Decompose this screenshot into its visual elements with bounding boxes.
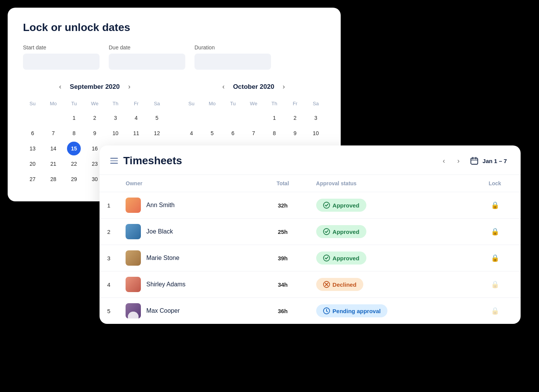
calendar-day[interactable]: 7 bbox=[247, 126, 260, 140]
due-date-input[interactable]: 09/03 bbox=[109, 54, 185, 70]
day-of-week: We bbox=[244, 99, 263, 109]
col-total-header: Total bbox=[257, 175, 309, 192]
calendar-day[interactable]: 6 bbox=[26, 126, 39, 140]
calendar-day[interactable]: 15 bbox=[67, 142, 81, 155]
october-next-button[interactable]: › bbox=[280, 82, 287, 91]
september-month-label: September 2020 bbox=[70, 83, 119, 91]
col-owner-header: Owner bbox=[118, 175, 257, 192]
calendar-day[interactable]: 28 bbox=[46, 172, 60, 186]
status-badge[interactable]: Approved bbox=[316, 225, 366, 238]
status-cell: Approved bbox=[309, 192, 469, 219]
start-date-field: Start date 09/03 bbox=[23, 44, 100, 70]
lock-cell: 🔒 bbox=[469, 271, 521, 298]
table-row: 2 Joe Black 25h Approved 🔒 bbox=[100, 219, 521, 245]
september-next-button[interactable]: › bbox=[126, 82, 133, 91]
duration-input[interactable]: 3h bbox=[194, 54, 271, 70]
lock-icon[interactable]: 🔒 bbox=[491, 281, 499, 288]
calendar-day[interactable]: 27 bbox=[26, 172, 39, 186]
start-date-input[interactable]: 09/03 bbox=[23, 54, 100, 70]
calendar-day[interactable]: 8 bbox=[268, 126, 281, 140]
calendar-day[interactable]: 9 bbox=[288, 126, 302, 140]
calendar-day[interactable]: 10 bbox=[109, 126, 122, 140]
calendar-day[interactable]: 2 bbox=[288, 111, 302, 125]
owner-cell: Ann Smith bbox=[118, 192, 257, 219]
owner-name: Joe Black bbox=[146, 228, 173, 235]
status-badge[interactable]: Pending approval bbox=[316, 304, 388, 317]
date-inputs-row: Start date 09/03 Due date 09/03 Duration… bbox=[23, 44, 325, 70]
timesheets-header: Timesheets ‹ › Jan 1 – 7 bbox=[100, 145, 521, 175]
calendar-day[interactable]: 13 bbox=[26, 142, 39, 155]
owner-cell: Marie Stone bbox=[118, 245, 257, 271]
lock-icon[interactable]: 🔒 bbox=[491, 307, 499, 315]
calendar-day[interactable]: 4 bbox=[185, 126, 198, 140]
lock-icon[interactable]: 🔒 bbox=[491, 254, 499, 262]
calendar-day[interactable]: 7 bbox=[46, 126, 60, 140]
total-cell: 34h bbox=[257, 271, 309, 298]
lock-icon[interactable]: 🔒 bbox=[491, 228, 499, 235]
calendar-day[interactable]: 5 bbox=[205, 126, 219, 140]
calendar-day[interactable]: 12 bbox=[150, 126, 164, 140]
day-of-week: Sa bbox=[147, 99, 167, 109]
calendar-day[interactable]: 22 bbox=[67, 157, 81, 171]
status-badge[interactable]: Approved bbox=[316, 199, 366, 212]
calendar-day[interactable]: 8 bbox=[67, 126, 81, 140]
day-of-week: Mo bbox=[203, 99, 222, 109]
calendar-day[interactable]: 6 bbox=[226, 126, 240, 140]
day-of-week: Tu bbox=[64, 99, 83, 109]
table-header: Owner Total Approval status Lock bbox=[100, 175, 521, 192]
row-num: 3 bbox=[100, 245, 118, 271]
calendar-day[interactable]: 29 bbox=[67, 172, 81, 186]
october-prev-button[interactable]: ‹ bbox=[220, 82, 227, 91]
day-of-week: Mo bbox=[44, 99, 63, 109]
table-row: 5 Max Cooper 36h Pending approval 🔒 bbox=[100, 298, 521, 324]
table-row: 3 Marie Stone 39h Approved 🔒 bbox=[100, 245, 521, 271]
calendar-day[interactable]: 4 bbox=[129, 111, 143, 125]
menu-icon[interactable] bbox=[110, 158, 118, 164]
row-num: 1 bbox=[100, 192, 118, 219]
day-of-week: Su bbox=[182, 99, 201, 109]
calendar-day[interactable]: 3 bbox=[109, 111, 122, 125]
duration-field: Duration 3h bbox=[194, 44, 271, 70]
owner-cell: Shirley Adams bbox=[118, 271, 257, 298]
status-badge[interactable]: Declined bbox=[316, 278, 364, 291]
day-of-week: We bbox=[85, 99, 104, 109]
calendar-day[interactable]: 3 bbox=[309, 111, 323, 125]
calendar-day[interactable]: 2 bbox=[88, 111, 101, 125]
calendar-day[interactable]: 10 bbox=[309, 126, 323, 140]
date-range: Jan 1 – 7 bbox=[469, 155, 507, 166]
lock-icon[interactable]: 🔒 bbox=[491, 201, 499, 209]
table-row: 4 Shirley Adams 34h Declined 🔒 bbox=[100, 271, 521, 298]
status-cell: Approved bbox=[309, 219, 469, 245]
prev-period-button[interactable]: ‹ bbox=[440, 155, 448, 167]
col-status-header: Approval status bbox=[309, 175, 469, 192]
start-date-label: Start date bbox=[23, 44, 100, 51]
september-prev-button[interactable]: ‹ bbox=[57, 82, 64, 91]
calendar-day[interactable]: 20 bbox=[26, 157, 39, 171]
calendar-day[interactable]: 9 bbox=[88, 126, 101, 140]
owner-name: Ann Smith bbox=[146, 202, 175, 209]
avatar bbox=[126, 224, 141, 239]
total-cell: 32h bbox=[257, 192, 309, 219]
next-period-button[interactable]: › bbox=[454, 155, 463, 167]
timesheets-title: Timesheets bbox=[123, 155, 182, 167]
timesheets-table: Owner Total Approval status Lock 1 Ann S… bbox=[100, 175, 521, 324]
row-num: 5 bbox=[100, 298, 118, 324]
date-range-label: Jan 1 – 7 bbox=[483, 158, 507, 164]
calendar-day[interactable]: 14 bbox=[46, 142, 60, 155]
avatar bbox=[126, 250, 141, 266]
calendar-icon bbox=[469, 155, 480, 166]
avatar bbox=[126, 277, 141, 292]
panel-title: Lock or unlock dates bbox=[23, 21, 325, 34]
calendar-day[interactable]: 1 bbox=[268, 111, 281, 125]
total-cell: 39h bbox=[257, 245, 309, 271]
duration-label: Duration bbox=[194, 44, 271, 51]
header-left: Timesheets bbox=[110, 155, 182, 167]
calendar-day[interactable]: 5 bbox=[150, 111, 164, 125]
avatar bbox=[126, 303, 141, 318]
due-date-label: Due date bbox=[109, 44, 185, 51]
calendar-day[interactable]: 11 bbox=[129, 126, 143, 140]
calendar-day[interactable]: 1 bbox=[67, 111, 81, 125]
col-lock-header: Lock bbox=[469, 175, 521, 192]
calendar-day[interactable]: 21 bbox=[46, 157, 60, 171]
status-badge[interactable]: Approved bbox=[316, 252, 366, 265]
